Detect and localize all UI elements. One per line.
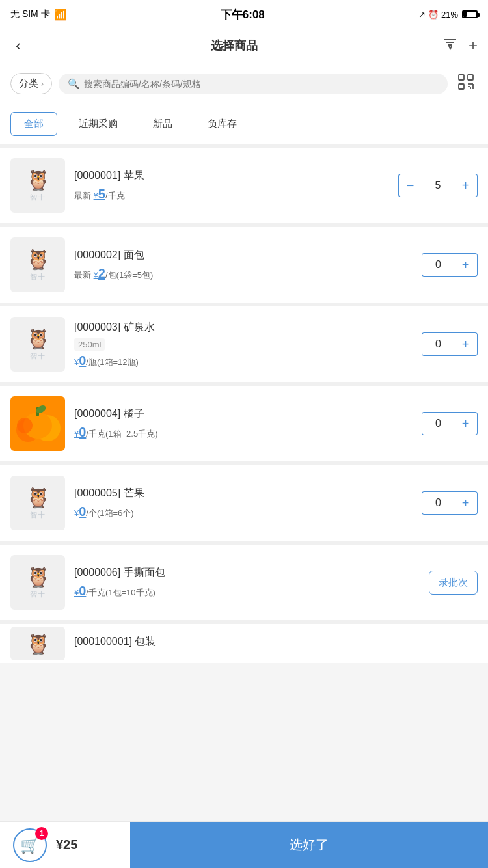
owl-logo: 🦉 智十 (26, 248, 50, 282)
owl-icon: 🦉 (26, 248, 50, 271)
carrier-label: 无 SIM 卡 (10, 8, 50, 20)
product-controls-0000006: 录批次 (429, 571, 478, 595)
nav-bar: ‹ 选择商品 + (0, 29, 488, 62)
product-controls-0000003: + (422, 332, 478, 356)
svg-rect-3 (459, 75, 464, 80)
product-info-0000002: [0000002] 面包 最新 ¥2/包(1袋=5包) (74, 249, 413, 281)
product-list: 🦉 智十 [0000001] 苹果 最新 ¥5/千克 − + 🦉 智十 [000… (0, 148, 488, 663)
confirm-button[interactable]: 选好了 (130, 822, 488, 868)
product-image-0000004 (10, 396, 65, 451)
batch-record-button-0000006[interactable]: 录批次 (429, 571, 478, 595)
list-item: 🦉 智十 [0000005] 芒果 ¥0/个(1箱=6个) + (0, 465, 488, 541)
quantity-input-0000005[interactable] (422, 491, 454, 515)
price-unit: /千克 (105, 191, 125, 200)
tab-new[interactable]: 新品 (139, 112, 186, 136)
quantity-plus-0000002[interactable]: + (454, 253, 478, 277)
cart-icon: 🛒 (20, 836, 40, 854)
brand-text: 智十 (30, 351, 46, 361)
product-name-0000004: [0000004] 橘子 (74, 407, 413, 421)
time-label: 下午6:08 (221, 7, 265, 22)
quantity-plus-0000001[interactable]: + (454, 174, 478, 197)
category-button[interactable]: 分类 › (10, 73, 52, 94)
price-currency: ¥ (94, 270, 98, 280)
brand-text: 智十 (30, 510, 46, 520)
price-amount: 0 (79, 504, 86, 519)
owl-logo: 🦉 智十 (26, 486, 50, 520)
status-right: ↗ ⏰ 21% (418, 10, 478, 20)
product-name-0000001: [0000001] 苹果 (74, 169, 389, 183)
tab-negative-stock[interactable]: 负库存 (194, 112, 251, 136)
search-input[interactable] (84, 79, 439, 89)
quantity-input-0000001[interactable] (422, 174, 454, 197)
category-label: 分类 (19, 77, 38, 90)
product-price-0000006: ¥0/千克(1包=10千克) (74, 584, 420, 599)
price-unit: /个(1箱=6个) (86, 508, 133, 518)
tab-recent[interactable]: 近期采购 (65, 112, 131, 136)
product-price-0000002: 最新 ¥2/包(1袋=5包) (74, 266, 413, 281)
tab-all[interactable]: 全部 (10, 112, 57, 136)
owl-icon: 🦉 (26, 632, 50, 655)
product-image-0000006: 🦉 智十 (10, 555, 65, 610)
status-bar: 无 SIM 卡 📶 下午6:08 ↗ ⏰ 21% (0, 0, 488, 29)
scan-icon[interactable] (454, 70, 478, 97)
product-image-0000005: 🦉 智十 (10, 476, 65, 530)
wifi-icon: 📶 (54, 8, 67, 21)
product-controls-0000004: + (422, 412, 478, 435)
quantity-input-0000002[interactable] (422, 253, 454, 277)
price-unit: /包(1袋=5包) (105, 270, 153, 280)
price-amount: 0 (79, 584, 86, 598)
quantity-input-0000003[interactable] (422, 332, 454, 356)
quantity-plus-0000004[interactable]: + (454, 412, 478, 435)
product-info-0000003: [0000003] 矿泉水 250ml ¥0/瓶(1箱=12瓶) (74, 321, 413, 368)
location-icon: ↗ (418, 10, 426, 20)
page-title: 选择商品 (211, 38, 258, 53)
quantity-plus-0000005[interactable]: + (454, 491, 478, 515)
cart-total: ¥25 (56, 837, 77, 852)
price-label: 最新 (74, 191, 94, 200)
svg-rect-4 (468, 75, 473, 80)
cart-section: 🛒 1 ¥25 (0, 828, 130, 862)
product-price-0000004: ¥0/千克(1箱=2.5千克) (74, 425, 413, 440)
list-item: [0000004] 橘子 ¥0/千克(1箱=2.5千克) + (0, 386, 488, 461)
product-info-0000006: [0000006] 手撕面包 ¥0/千克(1包=10千克) (74, 566, 420, 599)
back-button[interactable]: ‹ (10, 31, 26, 60)
product-image-0000003: 🦉 智十 (10, 317, 65, 372)
filter-icon[interactable] (442, 36, 458, 55)
quantity-input-0000004[interactable] (422, 412, 454, 435)
price-amount: 0 (79, 425, 86, 439)
quantity-plus-0000003[interactable]: + (454, 332, 478, 356)
price-unit: /千克(1包=10千克) (86, 588, 156, 597)
price-unit: /千克(1箱=2.5千克) (86, 429, 157, 439)
search-area: 分类 › 🔍 (0, 62, 488, 105)
product-info-0000001: [0000001] 苹果 最新 ¥5/千克 (74, 169, 389, 202)
brand-text: 智十 (30, 193, 46, 202)
list-item-partial: 🦉 [000100001] 包装 (0, 624, 488, 663)
list-item: 🦉 智十 [0000001] 苹果 最新 ¥5/千克 − + (0, 148, 488, 223)
svg-point-15 (17, 418, 33, 433)
owl-icon: 🦉 (26, 169, 50, 191)
price-label: 最新 (74, 270, 94, 280)
owl-logo: 🦉 智十 (26, 327, 50, 361)
filter-tabs: 全部 近期采购 新品 负库存 (0, 105, 488, 148)
brand-text: 智十 (30, 272, 46, 282)
price-amount: 2 (98, 266, 105, 280)
price-currency: ¥ (94, 191, 98, 200)
owl-logo: 🦉 智十 (26, 565, 50, 599)
chevron-right-icon: › (41, 79, 44, 88)
cart-button[interactable]: 🛒 1 (13, 828, 47, 862)
quantity-minus-0000001[interactable]: − (398, 174, 422, 197)
product-name-0000006: [0000006] 手撕面包 (74, 566, 420, 580)
product-controls-0000001: − + (398, 174, 478, 197)
add-icon[interactable]: + (468, 36, 478, 55)
cart-badge: 1 (35, 827, 48, 840)
list-item: 🦉 智十 [0000002] 面包 最新 ¥2/包(1袋=5包) + (0, 227, 488, 303)
owl-logo: 🦉 智十 (26, 169, 50, 202)
battery-icon (462, 10, 478, 18)
product-price-0000003: ¥0/瓶(1箱=12瓶) (74, 353, 413, 368)
owl-icon: 🦉 (26, 565, 50, 588)
status-left: 无 SIM 卡 📶 (10, 8, 67, 21)
product-image-partial: 🦉 (10, 627, 65, 660)
search-icon: 🔍 (68, 78, 80, 90)
owl-logo: 🦉 (26, 632, 50, 655)
product-image-0000002: 🦉 智十 (10, 237, 65, 292)
